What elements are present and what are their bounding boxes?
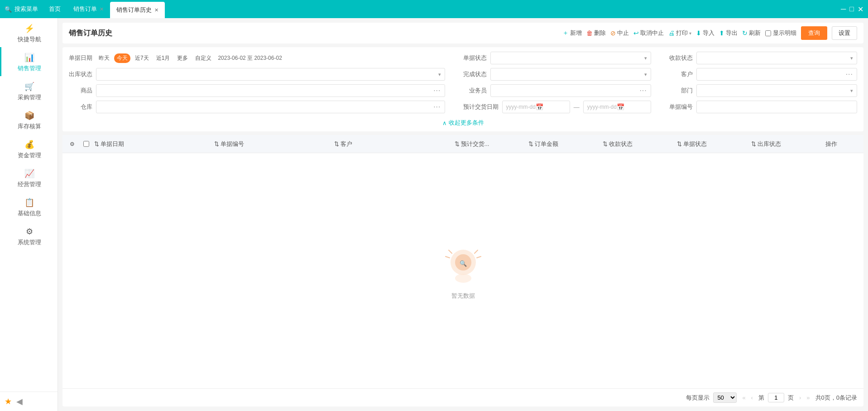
th-amount[interactable]: ⇅ 订单金额 (526, 140, 600, 148)
settings-button[interactable]: 设置 (832, 26, 857, 40)
sidebar-item-inventory[interactable]: 📦库存核算 (0, 105, 58, 134)
display-details-toggle[interactable]: 显示明细 (765, 29, 796, 37)
sort-icon-order: ⇅ (677, 140, 682, 147)
prev-page-button[interactable]: ‹ (749, 393, 755, 402)
stop-button[interactable]: ⊘ 中止 (610, 29, 629, 37)
sidebar-label-operations: 经营管理 (18, 180, 41, 189)
th-customer[interactable]: ⇅ 客户 (331, 140, 451, 148)
pill-today[interactable]: 今天 (114, 53, 130, 63)
import-button[interactable]: ⬇ 导入 (696, 29, 715, 37)
new-label: 新增 (570, 29, 582, 37)
print-button[interactable]: 🖨 打印 ▾ (668, 29, 691, 37)
import-icon: ⬇ (696, 29, 701, 37)
export-button[interactable]: ⬆ 导出 (719, 29, 738, 37)
table-header: ⚙ ⇅ 单据日期 ⇅ 单据编号 ⇅ 客户 ⇅ 预计交货. (62, 135, 863, 153)
sidebar-items: ⚡快捷导航📊销售管理🛒采购管理📦库存核算💰资金管理📈经营管理📋基础信息⚙系统管理 (0, 18, 58, 250)
main-layout: ⚡快捷导航📊销售管理🛒采购管理📦库存核算💰资金管理📈经营管理📋基础信息⚙系统管理… (0, 18, 868, 411)
delivery-date-end[interactable]: yyyy-mm-dd 📅 (583, 101, 651, 113)
tab-销售订单历史[interactable]: 销售订单历史✕ (110, 2, 165, 18)
pill-custom[interactable]: 自定义 (192, 53, 214, 63)
sidebar-label-purchase: 采购管理 (18, 93, 41, 102)
display-details-checkbox[interactable] (765, 30, 771, 36)
search-menu[interactable]: 🔍 搜索菜单 (0, 0, 43, 18)
order-number-label: 单据编号 (669, 103, 696, 111)
select-all-checkbox[interactable] (83, 141, 89, 147)
sidebar-bottom: ★ ◀ (0, 392, 58, 411)
product-input[interactable]: ··· (96, 84, 445, 97)
close-icon[interactable]: ✕ (858, 5, 863, 14)
maximize-icon[interactable]: □ (849, 5, 854, 13)
sidebar-item-operations[interactable]: 📈经营管理 (0, 163, 58, 192)
new-icon: ＋ (562, 29, 569, 37)
last-page-button[interactable]: » (805, 393, 811, 402)
th-delivery[interactable]: ⇅ 预计交货... (452, 140, 526, 148)
delete-button[interactable]: 🗑 删除 (586, 29, 606, 37)
sidebar-item-quick-nav[interactable]: ⚡快捷导航 (0, 18, 58, 47)
filter-row-4: 仓库 ··· 预计交货日期 yyyy-mm-dd 📅 — (69, 101, 857, 113)
sidebar-item-sales[interactable]: 📊销售管理 (0, 47, 58, 76)
th-delivery-status[interactable]: ⇅ 出库状态 (748, 140, 823, 148)
sidebar-settings-icon[interactable]: ★ (5, 396, 12, 406)
th-actions-label: 操作 (825, 140, 837, 148)
page-label-before: 第 (757, 393, 766, 403)
sidebar: ⚡快捷导航📊销售管理🛒采购管理📦库存核算💰资金管理📈经营管理📋基础信息⚙系统管理… (0, 18, 58, 411)
order-status-select[interactable]: ▾ (490, 52, 651, 64)
payment-status-select[interactable]: ▾ (696, 52, 857, 64)
tab-首页[interactable]: 首页 (43, 0, 67, 18)
th-number[interactable]: ⇅ 单据编号 (211, 140, 331, 148)
tab-销售订单[interactable]: 销售订单✕ (67, 0, 110, 18)
order-number-input[interactable] (696, 101, 857, 113)
pill-7days[interactable]: 近7天 (132, 53, 152, 63)
calendar-start-icon[interactable]: 📅 (536, 103, 543, 111)
sort-icon-customer: ⇅ (334, 140, 339, 147)
page-label-after: 页 (786, 393, 796, 403)
search-menu-label: 搜索菜单 (14, 5, 38, 13)
th-date[interactable]: ⇅ 单据日期 (91, 140, 211, 148)
pill-1month[interactable]: 近1月 (153, 53, 173, 63)
inventory-icon: 📦 (24, 111, 34, 121)
sidebar-collapse-icon[interactable]: ◀ (16, 396, 23, 406)
tab-close-icon[interactable]: ✕ (154, 7, 158, 13)
cancel-stop-icon: ↩ (633, 29, 639, 37)
th-settings[interactable]: ⚙ (67, 141, 81, 147)
sort-icon-amount: ⇅ (528, 140, 533, 147)
delivery-status-select[interactable]: ▾ (96, 68, 445, 81)
first-page-button[interactable]: « (740, 393, 747, 402)
completion-status-select[interactable]: ▾ (490, 68, 651, 81)
refresh-button[interactable]: ↻ 刷新 (742, 29, 761, 37)
svg-line-4 (477, 256, 481, 258)
sidebar-label-inventory: 库存核算 (18, 122, 41, 131)
sidebar-item-purchase[interactable]: 🛒采购管理 (0, 76, 58, 105)
calendar-end-icon[interactable]: 📅 (617, 103, 624, 111)
department-select[interactable]: ▾ (696, 84, 857, 97)
filter-warehouse: 仓库 ··· (69, 101, 445, 113)
sidebar-item-finance[interactable]: 💰资金管理 (0, 134, 58, 163)
customer-input[interactable]: ··· (696, 68, 857, 81)
next-page-button[interactable]: › (797, 393, 803, 402)
warehouse-input[interactable]: ··· (96, 101, 445, 113)
sidebar-item-basic[interactable]: 📋基础信息 (0, 192, 58, 221)
sidebar-label-quick-nav: 快捷导航 (18, 35, 41, 44)
query-button[interactable]: 查询 (801, 26, 827, 40)
display-details-label: 显示明细 (773, 29, 796, 37)
th-checkbox[interactable] (81, 141, 91, 147)
collapse-more[interactable]: ∧ 收起更多条件 (69, 117, 857, 127)
page-input[interactable] (768, 393, 784, 402)
date-dash: — (574, 104, 580, 111)
tab-close-icon[interactable]: ✕ (100, 6, 104, 12)
th-order-status[interactable]: ⇅ 单据状态 (674, 140, 748, 148)
page-header: 销售订单历史 ＋ 新增 🗑 删除 ⊘ 中止 ↩ 取消中止 (62, 23, 863, 44)
cancel-stop-button[interactable]: ↩ 取消中止 (633, 29, 664, 37)
pill-more[interactable]: 更多 (174, 53, 191, 63)
delivery-date-start[interactable]: yyyy-mm-dd 📅 (502, 101, 570, 113)
pill-yesterday[interactable]: 昨天 (96, 53, 112, 63)
filter-department: 部门 ▾ (669, 84, 857, 97)
new-button[interactable]: ＋ 新增 (562, 29, 582, 37)
sidebar-item-system[interactable]: ⚙系统管理 (0, 221, 58, 250)
th-payment-status[interactable]: ⇅ 收款状态 (600, 140, 674, 148)
page-size-select[interactable]: 50 10 20 100 (713, 392, 737, 403)
minimize-icon[interactable]: ─ (841, 5, 846, 13)
system-icon: ⚙ (26, 227, 33, 237)
salesperson-input[interactable]: ··· (490, 84, 651, 97)
th-number-label: 单据编号 (221, 140, 244, 148)
